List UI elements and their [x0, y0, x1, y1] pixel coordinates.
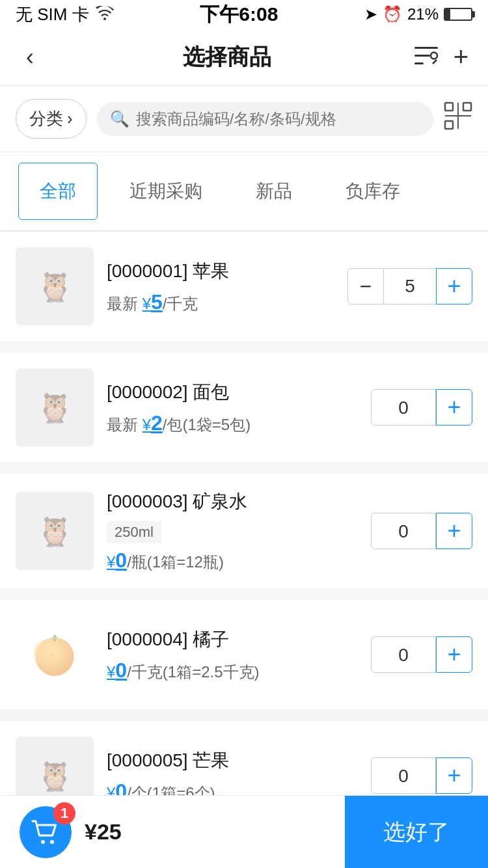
- search-box: 🔍: [97, 102, 433, 136]
- cart-total: ¥25: [85, 819, 122, 845]
- back-button[interactable]: ‹: [20, 37, 40, 77]
- product-spec-0000003: 250ml: [107, 521, 161, 543]
- product-image-0000002: 🦉: [16, 368, 94, 446]
- qty-plus-0000005[interactable]: +: [436, 757, 472, 794]
- qty-control-0000005: 0 +: [371, 757, 472, 794]
- product-price-0000002: 最新 ¥2/包(1袋=5包): [107, 411, 358, 435]
- svg-rect-1: [414, 55, 430, 57]
- cart-section: 1 ¥25: [0, 806, 345, 858]
- filter-bar: 分类 › 🔍: [0, 86, 488, 152]
- product-image-0000001: 🦉: [16, 247, 94, 325]
- price-yuan: ¥: [142, 295, 151, 312]
- price-value: 0: [115, 658, 127, 682]
- carrier-label: 无 SIM 卡: [16, 3, 89, 26]
- product-info-0000004: [0000004] 橘子 ¥0/千克(1箱=2.5千克): [107, 627, 358, 683]
- tab-new[interactable]: 新品: [234, 163, 314, 220]
- add-button[interactable]: +: [454, 42, 468, 72]
- product-info-0000001: [0000001] 苹果 最新 ¥5/千克: [107, 259, 334, 314]
- product-name-0000005: [0000005] 芒果: [107, 748, 358, 773]
- product-image-0000004: [16, 616, 94, 694]
- tab-bar: 全部 近期采购 新品 负库存: [0, 152, 488, 232]
- qty-plus-0000001[interactable]: +: [436, 268, 472, 305]
- product-price-0000004: ¥0/千克(1箱=2.5千克): [107, 658, 358, 683]
- svg-rect-0: [414, 47, 438, 49]
- qty-value-0000003: 0: [371, 513, 436, 549]
- nav-actions: +: [414, 42, 468, 72]
- price-value: 5: [151, 290, 163, 314]
- svg-point-22: [50, 840, 54, 844]
- svg-rect-2: [414, 62, 424, 64]
- list-item: 🦉 [0000003] 矿泉水 250ml ¥0/瓶(1箱=12瓶) 0 +: [0, 474, 488, 588]
- cart-badge: 1: [53, 802, 75, 824]
- cart-button[interactable]: 1: [20, 806, 72, 858]
- svg-point-16: [51, 653, 54, 656]
- qty-value-0000005: 0: [371, 757, 436, 794]
- list-item: 🦉 [0000001] 苹果 最新 ¥5/千克 − +: [0, 232, 488, 341]
- status-right: ➤ ⏰ 21%: [364, 5, 472, 23]
- product-name-0000002: [0000002] 面包: [107, 380, 358, 405]
- svg-rect-5: [445, 103, 453, 111]
- product-price-0000003: ¥0/瓶(1箱=12瓶): [107, 549, 358, 573]
- search-input[interactable]: [136, 110, 420, 128]
- search-icon: 🔍: [110, 110, 129, 128]
- status-time: 下午6:08: [200, 1, 278, 28]
- product-info-0000002: [0000002] 面包 最新 ¥2/包(1袋=5包): [107, 380, 358, 435]
- svg-text:🦉: 🦉: [37, 515, 73, 549]
- price-value: 2: [151, 411, 163, 435]
- product-info-0000003: [0000003] 矿泉水 250ml ¥0/瓶(1箱=12瓶): [107, 489, 358, 573]
- page-title: 选择商品: [183, 42, 271, 72]
- svg-line-4: [433, 60, 437, 64]
- category-button[interactable]: 分类 ›: [16, 99, 87, 139]
- product-name-0000001: [0000001] 苹果: [107, 259, 334, 284]
- qty-control-0000002: 0 +: [371, 389, 472, 426]
- qty-control-0000003: 0 +: [371, 513, 472, 549]
- product-price-0000001: 最新 ¥5/千克: [107, 290, 334, 314]
- battery-icon: [444, 8, 472, 21]
- svg-point-15: [34, 640, 60, 666]
- battery-percent: 21%: [407, 5, 439, 23]
- qty-minus-0000001[interactable]: −: [347, 268, 384, 305]
- svg-text:🦉: 🦉: [37, 391, 73, 425]
- qty-input-0000001[interactable]: [384, 268, 436, 305]
- svg-rect-7: [445, 121, 453, 129]
- product-image-0000003: 🦉: [16, 492, 94, 570]
- qty-plus-0000004[interactable]: +: [436, 636, 472, 673]
- product-list: 🦉 [0000001] 苹果 最新 ¥5/千克 − + 🦉 [0000002] …: [0, 232, 488, 868]
- svg-point-3: [431, 52, 437, 59]
- nav-bar: ‹ 选择商品 +: [0, 29, 488, 86]
- status-left: 无 SIM 卡: [16, 3, 114, 26]
- qty-value-0000004: 0: [371, 636, 436, 673]
- tab-negative[interactable]: 负库存: [324, 163, 422, 220]
- price-unit: /瓶(1箱=12瓶): [127, 553, 224, 571]
- qty-control-0000004: 0 +: [371, 636, 472, 673]
- svg-text:🦉: 🦉: [37, 759, 73, 793]
- tab-all[interactable]: 全部: [18, 163, 98, 220]
- qty-control-0000001: − +: [347, 268, 472, 305]
- price-unit: /千克(1箱=2.5千克): [127, 663, 259, 681]
- tab-recent[interactable]: 近期采购: [108, 163, 224, 220]
- qty-value-0000002: 0: [371, 389, 436, 426]
- list-item: [0000004] 橘子 ¥0/千克(1箱=2.5千克) 0 +: [0, 600, 488, 709]
- filter-icon[interactable]: [414, 44, 438, 71]
- price-unit: /千克: [163, 295, 198, 312]
- status-bar: 无 SIM 卡 下午6:08 ➤ ⏰ 21%: [0, 0, 488, 29]
- price-value: 0: [115, 549, 127, 572]
- scan-icon[interactable]: [444, 102, 472, 136]
- list-item: 🦉 [0000002] 面包 最新 ¥2/包(1袋=5包) 0 +: [0, 353, 488, 462]
- wifi-icon: [96, 5, 114, 25]
- price-unit: /包(1袋=5包): [163, 416, 251, 433]
- qty-plus-0000002[interactable]: +: [436, 389, 472, 426]
- qty-plus-0000003[interactable]: +: [436, 513, 472, 549]
- alarm-icon: ⏰: [383, 5, 402, 23]
- svg-text:🦉: 🦉: [37, 270, 73, 304]
- location-icon: ➤: [364, 5, 377, 23]
- product-name-0000003: [0000003] 矿泉水: [107, 489, 358, 514]
- category-label: 分类: [29, 107, 63, 130]
- bottom-bar: 1 ¥25 选好了: [0, 795, 488, 868]
- price-label: 最新: [107, 295, 138, 312]
- svg-point-21: [41, 840, 45, 844]
- svg-rect-6: [463, 103, 471, 111]
- product-name-0000004: [0000004] 橘子: [107, 627, 358, 652]
- category-chevron: ›: [67, 109, 73, 129]
- confirm-button[interactable]: 选好了: [345, 796, 488, 869]
